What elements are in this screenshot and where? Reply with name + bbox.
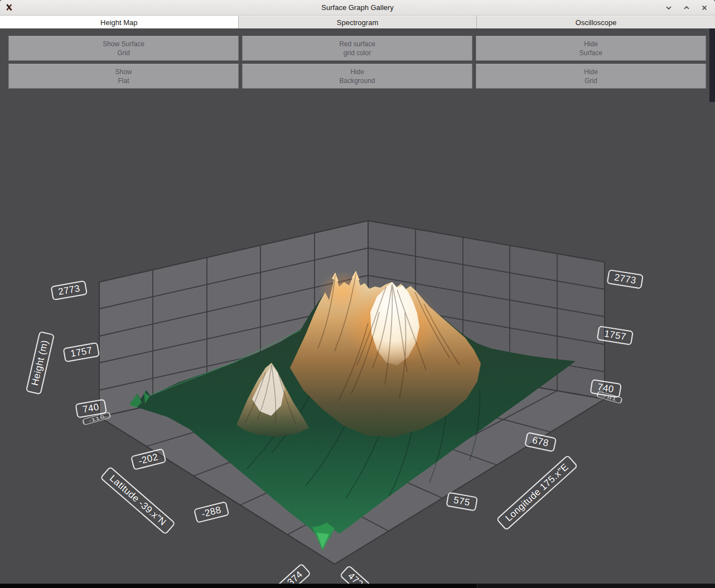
button-label: Background	[339, 76, 375, 85]
chevron-up-icon	[683, 4, 690, 12]
bottom-screen-strip	[0, 584, 715, 588]
hide-grid-button[interactable]: Hide Grid	[476, 64, 706, 89]
button-label: Show	[115, 67, 132, 76]
close-button[interactable]	[698, 2, 711, 14]
toolbar: Show Surface Grid Red surface grid color…	[8, 36, 706, 89]
button-label: Flat	[118, 76, 129, 85]
button-label: Hide	[350, 67, 364, 76]
surface-grid-color-button[interactable]: Red surface grid color	[242, 36, 472, 61]
button-label: Hide	[584, 40, 598, 48]
maximize-button[interactable]	[680, 2, 693, 14]
button-label: Grid	[117, 48, 130, 57]
hide-background-button[interactable]: Hide Background	[242, 64, 472, 89]
button-label: Hide	[584, 67, 598, 76]
show-surface-grid-button[interactable]: Show Surface Grid	[8, 36, 239, 61]
button-label: grid color	[344, 48, 371, 57]
hide-surface-button[interactable]: Hide Surface	[476, 36, 706, 61]
window-edge	[709, 28, 715, 102]
button-label: Red surface	[339, 40, 375, 48]
button-label: Surface	[579, 48, 602, 57]
application-window: Surface Graph Gallery Height Map Spectro…	[0, 0, 715, 588]
button-label: Show Surface	[103, 40, 144, 48]
window-controls	[663, 2, 711, 14]
minimize-button[interactable]	[663, 2, 675, 14]
button-label: Grid	[584, 76, 597, 85]
show-flat-button[interactable]: Show Flat	[8, 64, 239, 89]
chevron-down-icon	[665, 4, 673, 12]
close-icon	[700, 4, 708, 12]
